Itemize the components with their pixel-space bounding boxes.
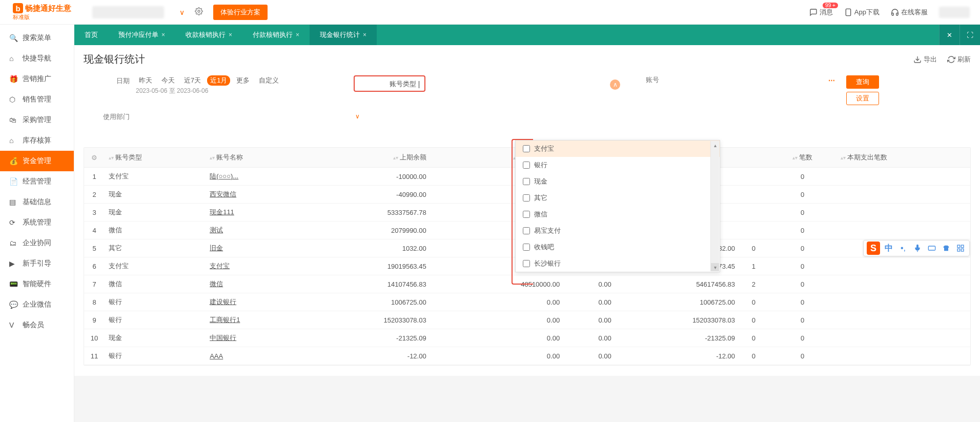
account-name-link[interactable]: 旧金 xyxy=(210,244,223,252)
account-type-option[interactable]: 微信 xyxy=(516,206,720,223)
column-header[interactable]: ▴▾上期余额 xyxy=(307,148,430,168)
export-button[interactable]: 导出 xyxy=(913,55,937,64)
date-opt-近7天[interactable]: 近7天 xyxy=(181,75,204,86)
tab-4[interactable]: 现金银行统计× xyxy=(310,25,377,45)
sidebar-item-0[interactable]: 🔍搜索菜单 xyxy=(0,28,74,48)
sort-icon[interactable]: ▴▾ xyxy=(210,156,215,159)
account-more-button[interactable]: ⋯ xyxy=(828,76,836,84)
tab-2[interactable]: 收款核销执行× xyxy=(175,25,242,45)
ime-toolbox-icon[interactable] xyxy=(955,243,966,254)
account-name-link[interactable]: 建设银行 xyxy=(210,298,236,306)
option-checkbox[interactable] xyxy=(523,194,530,202)
sidebar-item-4[interactable]: 🛍采购管理 xyxy=(0,110,74,130)
tab-3[interactable]: 付款核销执行× xyxy=(242,25,310,45)
company-dropdown-icon[interactable]: ∨ xyxy=(179,8,185,16)
account-type-option[interactable]: 收钱吧 xyxy=(516,239,720,255)
account-type-option[interactable]: 现金 xyxy=(516,173,720,190)
table-settings-icon[interactable]: ⚙ xyxy=(91,154,97,162)
ime-toolbar[interactable]: S 中 •, xyxy=(863,240,970,256)
account-type-option[interactable]: 支付宝 xyxy=(516,140,720,157)
ime-skin-icon[interactable] xyxy=(941,243,952,254)
option-checkbox[interactable] xyxy=(523,145,530,152)
sidebar-item-12[interactable]: 📟智能硬件 xyxy=(0,274,74,294)
column-header[interactable]: ⚙ xyxy=(84,148,105,168)
date-opt-更多[interactable]: 更多 xyxy=(233,75,253,86)
option-checkbox[interactable] xyxy=(523,211,530,218)
refresh-button[interactable]: 刷新 xyxy=(947,55,971,64)
date-opt-今天[interactable]: 今天 xyxy=(158,75,178,86)
ime-voice-icon[interactable] xyxy=(912,243,923,254)
account-name-link[interactable]: 测试 xyxy=(210,226,223,234)
sort-icon[interactable]: ▴▾ xyxy=(393,156,398,159)
filter-settings-button[interactable]: 设置 xyxy=(846,92,879,105)
sidebar-item-5[interactable]: ⌂库存核算 xyxy=(0,130,74,151)
account-name-link[interactable]: 微信 xyxy=(210,280,223,288)
option-checkbox[interactable] xyxy=(523,260,530,267)
sidebar-item-9[interactable]: ⟳系统管理 xyxy=(0,212,74,233)
ime-lang-icon[interactable]: 中 xyxy=(883,243,894,254)
sidebar-item-3[interactable]: ⬡销售管理 xyxy=(0,89,74,110)
sort-icon[interactable]: ▴▾ xyxy=(109,156,114,159)
sidebar-item-6[interactable]: 💰资金管理 xyxy=(0,151,74,171)
scroll-up-icon[interactable]: ▴ xyxy=(711,141,719,149)
dropdown-scrollbar[interactable]: ▴ ▾ xyxy=(710,141,719,271)
option-checkbox[interactable] xyxy=(523,244,530,251)
column-header[interactable]: ▴▾账号名称 xyxy=(206,148,307,168)
online-service-link[interactable]: 在线客服 xyxy=(891,8,928,17)
tab-0[interactable]: 首页 xyxy=(74,25,108,45)
trial-industry-button[interactable]: 体验行业方案 xyxy=(213,5,268,20)
sidebar-item-14[interactable]: V畅会员 xyxy=(0,315,74,335)
cell-account-name: 建设银行 xyxy=(206,293,307,311)
column-header[interactable] xyxy=(739,148,768,168)
sidebar-item-10[interactable]: 🗂企业协同 xyxy=(0,233,74,253)
sidebar-item-8[interactable]: ▤基础信息 xyxy=(0,192,74,212)
ime-punct-icon[interactable]: •, xyxy=(897,243,909,254)
company-name-blur xyxy=(92,6,164,18)
sogou-ime-icon[interactable]: S xyxy=(867,242,880,255)
department-dropdown-icon[interactable]: ∨ xyxy=(355,113,360,120)
ime-keyboard-icon[interactable] xyxy=(926,243,937,254)
tab-1[interactable]: 预付冲应付单× xyxy=(108,25,175,45)
column-header[interactable]: ▴▾笔数 xyxy=(768,148,837,168)
cell-out-count: 0 xyxy=(768,257,837,275)
scroll-down-icon[interactable]: ▾ xyxy=(711,263,719,271)
account-type-option[interactable]: 其它 xyxy=(516,190,720,206)
tab-close-icon[interactable]: × xyxy=(296,31,299,38)
account-name-link[interactable]: 现金111 xyxy=(210,208,234,216)
account-type-option[interactable]: 易宝支付 xyxy=(516,223,720,239)
account-name-link[interactable]: 西安微信 xyxy=(210,190,236,198)
option-checkbox[interactable] xyxy=(523,227,530,234)
tab-expand[interactable]: ⛶ xyxy=(959,25,980,45)
account-name-link[interactable]: 支付宝 xyxy=(210,262,230,270)
tab-close-icon[interactable]: × xyxy=(229,31,232,38)
account-name-link[interactable]: 工商银行1 xyxy=(210,316,240,324)
account-type-option[interactable]: 银行 xyxy=(516,157,720,173)
account-name-link[interactable]: AAA xyxy=(210,352,223,360)
sidebar-item-2[interactable]: 🎁营销推广 xyxy=(0,69,74,89)
column-header[interactable]: ▴▾本期支出笔数 xyxy=(836,148,970,168)
sort-icon[interactable]: ▴▾ xyxy=(841,156,846,159)
option-checkbox[interactable] xyxy=(523,178,530,185)
settings-gear-icon[interactable] xyxy=(195,7,203,17)
app-download-link[interactable]: App下载 xyxy=(844,8,880,17)
query-button[interactable]: 查询 xyxy=(846,75,879,89)
sidebar-item-11[interactable]: ▶新手引导 xyxy=(0,253,74,274)
account-name-link[interactable]: 中国银行 xyxy=(210,334,236,341)
sidebar-item-13[interactable]: 💬企业微信 xyxy=(0,294,74,315)
collapse-filters-icon[interactable]: ∧ xyxy=(610,79,620,90)
column-header[interactable]: ▴▾账号类型 xyxy=(105,148,206,168)
tab-close-icon[interactable]: × xyxy=(363,31,366,38)
tab-close-current[interactable]: ✕ xyxy=(939,25,959,45)
date-opt-自定义[interactable]: 自定义 xyxy=(256,75,282,86)
sidebar-item-1[interactable]: ⌂快捷导航 xyxy=(0,48,74,69)
account-type-option[interactable]: 长沙银行 xyxy=(516,255,720,272)
date-opt-近1月[interactable]: 近1月 xyxy=(207,75,230,86)
account-type-dropdown[interactable]: 支付宝银行现金其它微信易宝支付收钱吧长沙银行 ▴ ▾ xyxy=(515,140,720,272)
sidebar-item-7[interactable]: 📄经营管理 xyxy=(0,171,74,192)
account-name-link[interactable]: 陆(○○○)... xyxy=(210,172,238,180)
sort-icon[interactable]: ▴▾ xyxy=(792,156,798,159)
tab-close-icon[interactable]: × xyxy=(161,31,165,38)
date-opt-昨天[interactable]: 昨天 xyxy=(136,75,155,86)
messages-link[interactable]: 消息 99 + xyxy=(809,8,833,17)
option-checkbox[interactable] xyxy=(523,162,530,169)
